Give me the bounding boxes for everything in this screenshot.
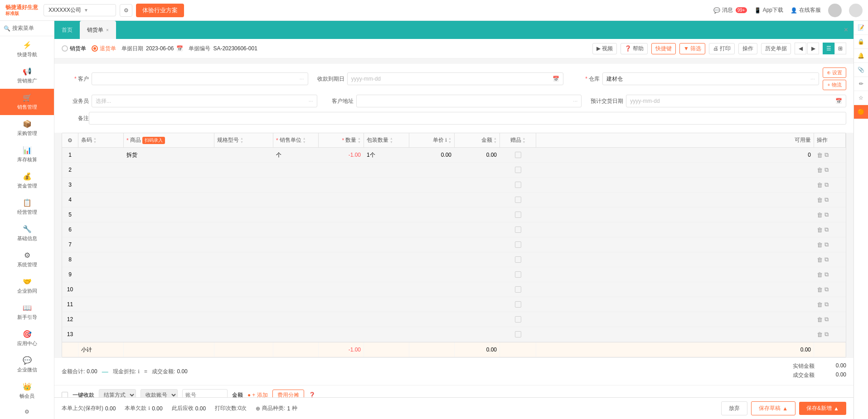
cell-amount-7[interactable] <box>455 252 500 267</box>
cell-amount-12[interactable] <box>455 327 500 342</box>
cell-qty-3[interactable] <box>319 193 364 207</box>
cell-gift-1[interactable] <box>500 163 536 177</box>
copy-icon-7[interactable]: ⧉ <box>824 256 829 263</box>
save-draft-button[interactable]: 保存草稿 ▲ <box>751 401 795 415</box>
cell-barcode-9[interactable] <box>78 282 124 297</box>
add-payment-button[interactable]: ● + 添加 <box>247 391 268 398</box>
remark-input[interactable] <box>89 112 846 125</box>
rp-item-1[interactable]: 🔒 <box>854 35 868 49</box>
grid-view-button[interactable]: ⊞ <box>834 43 846 54</box>
trial-button[interactable]: 体验行业方案 <box>136 4 184 17</box>
cell-price-6[interactable] <box>409 237 455 252</box>
cell-unit-3[interactable] <box>273 193 319 207</box>
cell-amount-4[interactable] <box>455 207 500 222</box>
cell-unit-11[interactable] <box>273 312 319 327</box>
cell-spec-6[interactable] <box>214 237 273 252</box>
cell-amount-2[interactable] <box>455 178 500 192</box>
cell-spec-12[interactable] <box>214 327 273 342</box>
cell-qty-10[interactable] <box>319 297 364 312</box>
cell-price-5[interactable] <box>409 222 455 237</box>
cell-amount-3[interactable] <box>455 193 500 207</box>
cell-barcode-7[interactable] <box>78 252 124 267</box>
cell-packqty-3[interactable] <box>364 193 409 207</box>
cell-qty-11[interactable] <box>319 312 364 327</box>
scan-button[interactable]: 扫码录入 <box>142 137 165 144</box>
delete-icon-5[interactable]: 🗑 <box>817 226 823 233</box>
cell-price-9[interactable] <box>409 282 455 297</box>
radio-sales-order[interactable]: 销货单 <box>62 45 86 53</box>
cell-amount-11[interactable] <box>455 312 500 327</box>
cell-qty-5[interactable] <box>319 222 364 237</box>
th-settings[interactable]: ⚙ <box>62 133 78 147</box>
sidebar-settings-button[interactable]: ⚙ <box>0 404 54 419</box>
delete-icon-8[interactable]: 🗑 <box>817 271 823 278</box>
cell-spec-9[interactable] <box>214 282 273 297</box>
cell-price-4[interactable] <box>409 207 455 222</box>
page-close-button[interactable]: × <box>842 24 850 36</box>
sidebar-item-9[interactable]: 🤝 企业协同 <box>0 273 54 299</box>
list-view-button[interactable]: ☰ <box>823 43 834 54</box>
cell-unit-8[interactable] <box>273 267 319 282</box>
sidebar-item-8[interactable]: ⚙ 系统管理 <box>0 246 54 273</box>
cell-price-11[interactable] <box>409 312 455 327</box>
cell-barcode-12[interactable] <box>78 327 124 342</box>
cell-spec-3[interactable] <box>214 193 273 207</box>
sidebar-item-2[interactable]: 🛒 销售管理 <box>0 89 54 115</box>
user-avatar-2[interactable] <box>849 4 863 17</box>
cell-price-0[interactable]: 0.00 <box>409 148 455 162</box>
delete-icon-0[interactable]: 🗑 <box>817 152 823 159</box>
radio-return-order[interactable]: 退货单 <box>92 45 116 53</box>
cell-price-3[interactable] <box>409 193 455 207</box>
cell-packqty-6[interactable] <box>364 237 409 252</box>
expense-split-button[interactable]: 费用分摊 <box>272 390 304 398</box>
cell-packqty-7[interactable] <box>364 252 409 267</box>
cell-price-7[interactable] <box>409 252 455 267</box>
cell-product-3[interactable] <box>124 193 214 207</box>
cell-product-2[interactable] <box>124 178 214 192</box>
cell-packqty-5[interactable] <box>364 222 409 237</box>
copy-icon-5[interactable]: ⧉ <box>824 226 829 233</box>
cell-barcode-2[interactable] <box>78 178 124 192</box>
copy-icon-9[interactable]: ⧉ <box>824 286 829 293</box>
copy-icon-10[interactable]: ⧉ <box>824 301 829 308</box>
cell-gift-10[interactable] <box>500 297 536 312</box>
cell-gift-6[interactable] <box>500 237 536 252</box>
cell-unit-0[interactable]: 个 <box>273 148 319 162</box>
cell-packqty-4[interactable] <box>364 207 409 222</box>
copy-icon-1[interactable]: ⧉ <box>824 166 829 173</box>
salesperson-input[interactable]: 选择... ··· <box>92 95 317 107</box>
cell-qty-9[interactable] <box>319 282 364 297</box>
cell-product-4[interactable] <box>124 207 214 222</box>
cell-packqty-9[interactable] <box>364 282 409 297</box>
filter-button[interactable]: ▼ 筛选 <box>679 43 705 54</box>
sidebar-item-5[interactable]: 💰 资金管理 <box>0 168 54 194</box>
cell-amount-1[interactable] <box>455 163 500 177</box>
cell-gift-9[interactable] <box>500 282 536 297</box>
copy-icon-2[interactable]: ⧉ <box>824 181 829 188</box>
save-new-button[interactable]: 保存&新增 ▲ <box>799 402 846 415</box>
delete-icon-9[interactable]: 🗑 <box>817 286 823 293</box>
sidebar-item-10[interactable]: 📖 新手引导 <box>0 299 54 325</box>
tab-home[interactable]: 首页 <box>54 21 80 39</box>
cell-product-12[interactable] <box>124 327 214 342</box>
cell-packqty-11[interactable] <box>364 312 409 327</box>
cell-product-0[interactable]: 拆货 <box>124 148 214 162</box>
rp-item-2[interactable]: 🔔 <box>854 49 868 63</box>
discount-info-icon[interactable]: ℹ <box>138 369 140 375</box>
sidebar-search[interactable]: 🔍 搜索菜单 <box>0 21 54 36</box>
copy-icon-4[interactable]: ⧉ <box>824 211 829 218</box>
delete-icon-2[interactable]: 🗑 <box>817 182 823 188</box>
cell-spec-4[interactable] <box>214 207 273 222</box>
cell-spec-5[interactable] <box>214 222 273 237</box>
cell-product-11[interactable] <box>124 312 214 327</box>
cell-barcode-3[interactable] <box>78 193 124 207</box>
cell-gift-3[interactable] <box>500 193 536 207</box>
cell-qty-2[interactable] <box>319 178 364 192</box>
cell-gift-8[interactable] <box>500 267 536 282</box>
cell-gift-2[interactable] <box>500 178 536 192</box>
cell-amount-9[interactable] <box>455 282 500 297</box>
delete-icon-1[interactable]: 🗑 <box>817 167 823 173</box>
sidebar-item-13[interactable]: 👑 畅会员 <box>0 378 54 404</box>
help-button[interactable]: ❓ 帮助 <box>621 43 648 54</box>
customer-input[interactable]: ··· <box>92 72 308 85</box>
